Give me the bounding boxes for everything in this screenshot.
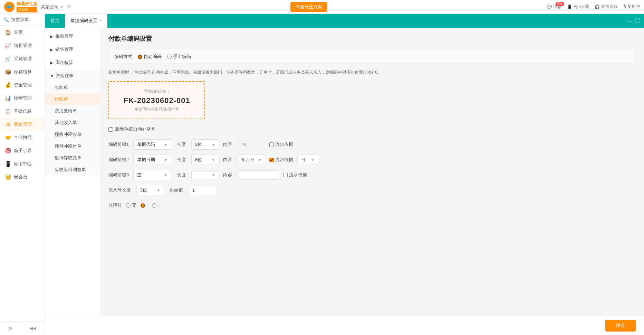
sidebar-item-sales[interactable]: 📈 销售管理 xyxy=(0,39,45,52)
preview-code: FK-20230602-001 xyxy=(119,96,194,105)
tab-encoding-settings[interactable]: 单据编码设置 × xyxy=(65,14,107,28)
minimize-icon[interactable]: — xyxy=(627,18,632,24)
sidebar-item-label: 首页 xyxy=(14,29,23,36)
auto-code-radio[interactable]: 自动编码 xyxy=(138,54,162,60)
prefix3-content-input[interactable] xyxy=(238,170,279,180)
page-title: 付款单编码设置 xyxy=(108,35,636,43)
sub-item-advance-pay[interactable]: 预付冲应付单 xyxy=(45,140,100,152)
prefix3-label: 编码前缀3 xyxy=(108,172,129,178)
prefix1-length-select[interactable]: 2位 ▼ xyxy=(191,139,219,150)
sub-group-purchase-title[interactable]: ▶ 采购管理 xyxy=(45,30,100,42)
capital-icon: 💰 xyxy=(5,82,11,88)
sub-sidebar: ▶ 采购管理 ▶ 销售管理 ▶ 库存核算 xyxy=(45,28,100,316)
sub-item-other-income[interactable]: 其他收入单 xyxy=(45,117,100,129)
nav-tabs: 首页 单据编码设置 × — ⛶ xyxy=(45,14,644,28)
chevron-down-icon: ▼ xyxy=(164,158,167,162)
top-bar-right: 💬 消息 99+ 📱 App下载 🎧 在线客服 某某用户 xyxy=(547,4,640,10)
sidebar-bottom: ⚙ ◀◀ xyxy=(0,321,45,335)
search-icon: 🔍 xyxy=(3,17,9,22)
sidebar-item-apps[interactable]: 📱 应用中心 xyxy=(0,157,45,170)
prefix2-length-select[interactable]: 8位 ▼ xyxy=(191,155,219,165)
sidebar-item-operations[interactable]: 📊 经营管理 xyxy=(0,92,45,105)
settings-icon[interactable]: ⚙ xyxy=(67,4,71,9)
message-icon: 💬 xyxy=(547,4,552,9)
apps-icon: 📱 xyxy=(5,161,11,167)
collapse-icon[interactable]: ◀◀ xyxy=(27,324,39,332)
encoding-method-label: 编码方式 xyxy=(114,54,132,60)
sidebar-item-inventory[interactable]: 📦 库存核算 xyxy=(0,65,45,78)
encoding-radio-group: 自动编码 手工编码 xyxy=(138,54,191,60)
sidebar-search[interactable]: 🔍 搜索菜单 xyxy=(0,14,45,26)
guide-icon: 🎯 xyxy=(5,148,11,154)
save-button[interactable]: 保存 xyxy=(605,320,636,332)
chevron-right-icon: ▶ xyxy=(50,47,53,52)
prefix2-serial-unit-select[interactable]: 日 ▼ xyxy=(297,155,318,165)
sidebar-item-guide[interactable]: 🎯 新手引导 xyxy=(0,144,45,157)
separator-label: 分隔符 xyxy=(108,202,122,208)
prefix3-length-select[interactable]: ▼ xyxy=(191,171,219,179)
prefix2-serial-label: 流水依据 xyxy=(275,157,293,163)
sub-group-sales-title[interactable]: ▶ 销售管理 xyxy=(45,44,100,55)
sub-item-bank-deposit[interactable]: 银行存取款单 xyxy=(45,152,100,164)
tab-home[interactable]: 首页 xyxy=(45,14,65,28)
chevron-down-icon: ▼ xyxy=(50,73,54,78)
sub-group-sales: ▶ 销售管理 xyxy=(45,44,100,55)
prefix2-label: 编码前缀2 xyxy=(108,157,129,163)
serial-length-select[interactable]: 3位 ▼ xyxy=(136,185,164,195)
sub-item-ar-adjust[interactable]: 应收应付调整单 xyxy=(45,164,100,176)
auto-fill-label[interactable]: 新增单据自动补空号 xyxy=(115,126,155,132)
service-icon: 🎧 xyxy=(595,4,600,9)
sidebar: 🔍 搜索菜单 🏠 首页 📈 销售管理 🛒 采购管理 📦 库存核算 💰 资金管理 … xyxy=(0,14,45,335)
purchase-icon: 🛒 xyxy=(5,56,11,62)
sidebar-item-label: 企业协同 xyxy=(14,134,32,141)
main-content: 付款单编码设置 编码方式 自动编码 手工编码 xyxy=(100,28,644,316)
prefix3-select[interactable]: 空 ▼ xyxy=(133,170,171,180)
org-selector[interactable]: 某某公司 xyxy=(41,4,64,10)
separator-dash-radio[interactable]: - xyxy=(141,203,148,208)
sidebar-item-enterprise[interactable]: 🤝 企业协同 xyxy=(0,131,45,144)
logo-icon: 🐦 xyxy=(4,2,15,12)
sidebar-item-home[interactable]: 🏠 首页 xyxy=(0,26,45,39)
prefix1-select[interactable]: 单据代码 ▼ xyxy=(133,139,171,150)
bottom-bar: 保存 xyxy=(45,316,644,335)
sidebar-item-capital[interactable]: 💰 资金管理 xyxy=(0,78,45,92)
prefix1-label: 编码前缀1 xyxy=(108,141,129,148)
sidebar-item-system[interactable]: ⚙ 系统管理 xyxy=(0,118,45,131)
sub-item-expense[interactable]: 费用支出单 xyxy=(45,105,100,117)
tab-close-icon[interactable]: × xyxy=(99,18,102,23)
online-service-action[interactable]: 🎧 在线客服 xyxy=(595,4,618,10)
message-action[interactable]: 💬 消息 99+ xyxy=(547,4,561,10)
serial-start-input[interactable] xyxy=(189,186,216,195)
sidebar-item-basic[interactable]: 📋 基础信息 xyxy=(0,105,45,118)
prefix3-serial-checkbox[interactable] xyxy=(283,173,288,177)
settings-bottom-icon[interactable]: ⚙ xyxy=(6,324,15,332)
basic-icon: 📋 xyxy=(5,108,11,114)
sidebar-item-purchase[interactable]: 🛒 采购管理 xyxy=(0,52,45,65)
sub-item-advance-receive[interactable]: 预收冲应收单 xyxy=(45,129,100,140)
maximize-icon[interactable]: ⛶ xyxy=(635,18,640,24)
sub-item-receipt[interactable]: 收款单 xyxy=(45,82,100,93)
preview-label: 当前编码示例： xyxy=(119,89,194,94)
logo-area: 🐦 畅通好生意 旗舰版 xyxy=(4,1,37,12)
manual-code-radio[interactable]: 手工编码 xyxy=(167,54,191,60)
experience-button[interactable]: 体验行业方案 xyxy=(290,2,327,12)
prefix1-serial-checkbox[interactable] xyxy=(269,142,274,147)
sub-item-payment[interactable]: 付款单 xyxy=(45,93,100,105)
prefix2-content-select[interactable]: 年月日 ▼ xyxy=(238,155,265,165)
preview-desc: 单据代码-单据日期-流水号 xyxy=(119,106,194,112)
app-download-action[interactable]: 📱 App下载 xyxy=(567,4,589,10)
sidebar-item-member[interactable]: 👑 畅会员 xyxy=(0,170,45,184)
separator-none-radio[interactable]: 无 xyxy=(126,202,136,208)
sub-group-stock-title[interactable]: ▶ 库存核算 xyxy=(45,57,100,68)
sidebar-item-label: 销售管理 xyxy=(14,43,32,49)
chevron-down-icon: ▼ xyxy=(164,173,167,177)
sub-group-capital-label[interactable]: ▼ 资金往来 xyxy=(45,70,100,82)
sidebar-item-label: 应用中心 xyxy=(14,161,32,167)
separator-dot-radio[interactable]: . xyxy=(152,203,159,208)
prefix2-select[interactable]: 单据日期 ▼ xyxy=(133,155,171,165)
prefix1-content-input xyxy=(238,140,265,149)
prefix2-serial-checkbox[interactable] xyxy=(269,158,274,162)
auto-fill-checkbox[interactable] xyxy=(108,127,113,132)
user-avatar[interactable]: 某某用户 xyxy=(623,4,640,10)
sub-group-capital: ▼ 资金往来 收款单 付款单 费用支出单 其他收入单 预收冲应收单 预付冲应付单… xyxy=(45,70,100,176)
